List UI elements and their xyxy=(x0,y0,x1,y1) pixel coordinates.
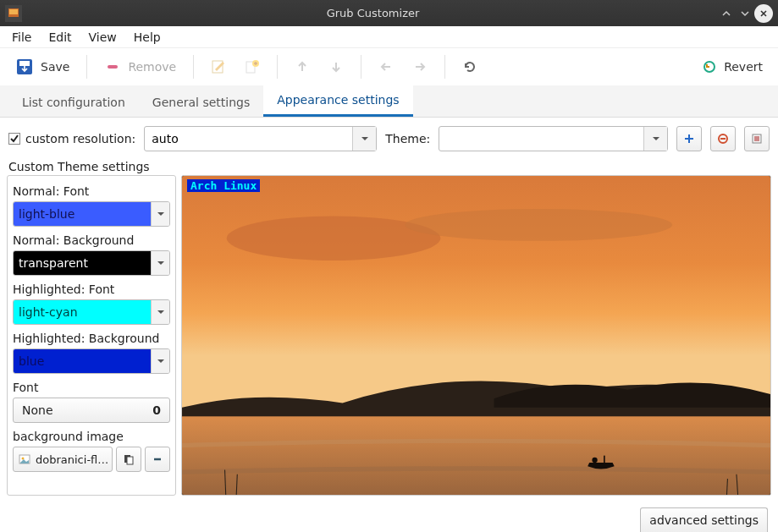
menu-file[interactable]: File xyxy=(12,30,31,44)
theme-export-button[interactable] xyxy=(744,126,770,151)
theme-label: Theme: xyxy=(385,132,430,145)
move-down-button xyxy=(322,54,350,80)
resolution-input[interactable] xyxy=(145,127,352,151)
checkbox-box xyxy=(8,133,20,145)
font-picker-button[interactable]: None 0 xyxy=(13,398,170,423)
reload-button[interactable] xyxy=(455,54,484,80)
font-size: 0 xyxy=(152,403,161,417)
preview-menu-entry: Arch Linux xyxy=(187,179,260,192)
tab-appearance-settings[interactable]: Appearance settings xyxy=(263,85,412,117)
separator xyxy=(361,55,361,79)
custom-theme-settings-label: Custom Theme settings xyxy=(0,156,778,175)
highlighted-font-label: Highlighted: Font xyxy=(13,279,170,296)
edit-entry-button xyxy=(204,54,233,80)
tab-general-settings[interactable]: General settings xyxy=(139,88,263,117)
minimize-button[interactable] xyxy=(717,4,736,23)
highlighted-font-combo[interactable]: light-cyan xyxy=(13,299,170,325)
move-up-button xyxy=(288,54,317,80)
separator xyxy=(86,55,87,79)
theme-settings-panel: Normal: Font light-blue Normal: Backgrou… xyxy=(7,175,176,496)
app-icon xyxy=(5,5,22,22)
preview-pane: Arch Linux xyxy=(181,175,771,496)
resolution-dropdown-icon[interactable] xyxy=(352,127,376,151)
tab-bar: List configuration General settings Appe… xyxy=(0,85,778,118)
chevron-down-icon[interactable] xyxy=(151,251,169,275)
menubar: File Edit View Help xyxy=(0,26,778,48)
svg-rect-4 xyxy=(108,65,118,69)
remove-icon xyxy=(104,58,121,75)
move-left-button xyxy=(372,54,400,80)
svg-rect-3 xyxy=(19,61,30,66)
chevron-down-icon[interactable] xyxy=(151,300,169,324)
svg-rect-11 xyxy=(754,136,759,141)
svg-rect-1 xyxy=(9,9,18,14)
remove-button: Remove xyxy=(97,55,183,79)
background-image-filename: dobranici-fl… xyxy=(36,453,108,466)
chevron-down-icon[interactable] xyxy=(151,202,169,226)
background-image-copy-button[interactable] xyxy=(116,447,141,472)
window-title: Grub Customizer xyxy=(29,7,717,19)
background-image-button[interactable]: dobranici-fl… xyxy=(13,447,113,472)
preview-image xyxy=(182,176,770,496)
resolution-combo[interactable] xyxy=(144,126,377,151)
menu-help[interactable]: Help xyxy=(134,30,161,44)
maximize-button[interactable] xyxy=(736,4,754,23)
normal-background-combo[interactable]: transparent xyxy=(13,250,170,276)
chevron-down-icon[interactable] xyxy=(151,349,169,373)
save-icon xyxy=(15,58,34,76)
background-image-clear-button[interactable] xyxy=(145,447,170,472)
font-label: Font xyxy=(13,377,170,394)
theme-dropdown-icon[interactable] xyxy=(643,127,667,151)
svg-point-18 xyxy=(405,209,672,241)
menu-view[interactable]: View xyxy=(89,30,117,44)
font-name: None xyxy=(22,403,53,417)
revert-icon xyxy=(702,59,717,74)
svg-rect-15 xyxy=(127,457,133,464)
theme-input[interactable] xyxy=(439,127,643,151)
theme-combo[interactable] xyxy=(439,126,668,151)
normal-background-label: Normal: Background xyxy=(13,230,170,247)
tab-list-configuration[interactable]: List configuration xyxy=(8,88,139,117)
save-button[interactable]: Save xyxy=(8,54,76,80)
svg-rect-21 xyxy=(604,456,605,463)
resolution-theme-row: custom resolution: Theme: xyxy=(0,118,778,156)
separator xyxy=(277,55,278,79)
move-right-button xyxy=(406,54,434,80)
separator xyxy=(444,55,445,79)
theme-remove-button[interactable] xyxy=(710,126,736,151)
background-image-label: background image xyxy=(13,426,170,443)
toolbar: Save Remove Revert xyxy=(0,48,778,85)
custom-resolution-label: custom resolution: xyxy=(25,132,135,145)
separator xyxy=(193,55,194,79)
svg-point-20 xyxy=(592,458,597,463)
image-icon xyxy=(19,453,30,465)
theme-add-button[interactable] xyxy=(676,126,702,151)
advanced-settings-button[interactable]: advanced settings xyxy=(640,507,768,532)
svg-point-13 xyxy=(22,458,25,460)
normal-font-combo[interactable]: light-blue xyxy=(13,201,170,227)
svg-rect-19 xyxy=(182,416,770,496)
new-entry-button xyxy=(238,54,267,80)
highlighted-background-combo[interactable]: blue xyxy=(13,348,170,374)
revert-button[interactable]: Revert xyxy=(695,56,770,78)
highlighted-background-label: Highlighted: Background xyxy=(13,328,170,345)
menu-edit[interactable]: Edit xyxy=(48,30,71,44)
close-button[interactable] xyxy=(754,4,773,23)
normal-font-label: Normal: Font xyxy=(13,181,170,198)
custom-resolution-checkbox[interactable]: custom resolution: xyxy=(8,132,135,145)
